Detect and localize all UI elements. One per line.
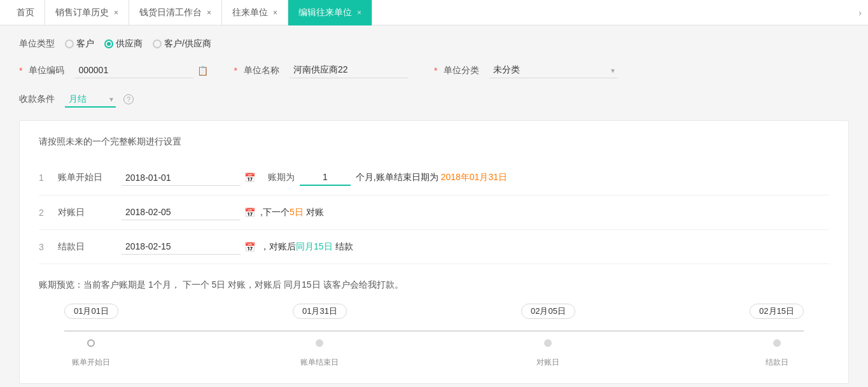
row-1-calendar-icon[interactable]: 📅 (244, 172, 255, 183)
tab-cash-work-close[interactable]: × (207, 8, 211, 17)
tl-point-2: 01月31日 账单结束日 (293, 304, 347, 368)
tl-label-1: 账单开始日 (72, 357, 110, 368)
unit-category-label: 单位分类 (444, 65, 479, 76)
radio-both[interactable]: 客户/供应商 (153, 38, 211, 50)
preview-label: 账期预览：当前客户账期是 (39, 279, 146, 290)
tab-partner-units[interactable]: 往来单位 × (222, 0, 288, 25)
tab-sales-history-close[interactable]: × (114, 8, 118, 17)
row-1-date-input[interactable] (122, 170, 241, 186)
row-2-suffix-text: ,下一个 (260, 207, 290, 218)
row-1-suffix-prefix: 账期为 (263, 172, 295, 183)
row-1-suffix-text: 个月,账单结束日期为 (356, 172, 438, 183)
payment-row: 收款条件 月结 ▾ ? (19, 91, 849, 108)
main-content: 单位类型 客户 供应商 客户/供应商 * 单位编码 📋 (0, 25, 868, 387)
unit-category-input[interactable] (489, 62, 617, 78)
unit-name-input[interactable] (290, 62, 409, 78)
timeline-container: 01月01日 账单开始日 01月31日 账单结束日 02月05日 对账日 02月… (39, 304, 829, 368)
row-1-field-label: 账单开始日 (58, 172, 122, 183)
row-2-suffix-2: 对账 (306, 207, 324, 218)
radio-supplier-label: 供应商 (116, 38, 143, 50)
radio-group: 客户 供应商 客户/供应商 (65, 38, 211, 50)
tab-cash-work[interactable]: 钱货日清工作台 × (129, 0, 222, 25)
tab-cash-work-label: 钱货日清工作台 (139, 7, 202, 18)
row-1-num: 1 (39, 172, 58, 183)
tl-point-1: 01月01日 账单开始日 (64, 304, 118, 368)
unit-code-group: * 单位编码 📋 (19, 62, 208, 78)
row-3-highlight-2: 同月15日 (296, 241, 333, 253)
tl-badge-1: 01月01日 (64, 304, 118, 319)
preview-text-1: 下一个 (183, 279, 209, 290)
unit-code-input-wrap: 📋 (74, 62, 208, 78)
tab-partner-units-label: 往来单位 (232, 7, 268, 18)
preview-text-3: 该客户会给我打款。 (323, 279, 403, 290)
setting-row-2: 2 对账日 📅 ,下一个 5日 对账 (39, 195, 829, 230)
row-2-date-input[interactable] (122, 204, 241, 220)
unit-name-group: * 单位名称 (234, 62, 408, 78)
row-3-field-label: 结款日 (58, 241, 122, 253)
timeline-points: 01月01日 账单开始日 01月31日 账单结束日 02月05日 对账日 02月… (64, 304, 804, 368)
radio-customer-circle (65, 39, 74, 48)
preview-text-2: 对账，对账后 (228, 279, 281, 290)
radio-supplier-circle (104, 39, 113, 48)
tl-dot-3 (544, 339, 552, 347)
payment-condition-label: 收款条件 (19, 94, 55, 105)
settings-panel: 请按照未来的一个完整帐期进行设置 1 账单开始日 📅 账期为 个月,账单结束日期… (19, 120, 849, 384)
payment-condition-select[interactable]: 月结 (65, 91, 116, 108)
tl-badge-4: 02月15日 (750, 304, 804, 319)
row-3-calendar-icon[interactable]: 📅 (244, 242, 255, 252)
tl-point-4: 02月15日 结款日 (750, 304, 804, 368)
panel-hint: 请按照未来的一个完整帐期进行设置 (39, 136, 829, 148)
tl-point-3: 02月05日 对账日 (521, 304, 575, 368)
preview-highlight-3: 同月15日 (284, 279, 321, 290)
unit-category-group: * 单位分类 ▾ (434, 62, 617, 78)
payment-select-wrapper: 月结 ▾ (65, 91, 116, 108)
preview-highlight-1: 1个月， (148, 279, 180, 290)
fields-row: * 单位编码 📋 * 单位名称 * 单位分类 ▾ (19, 62, 849, 78)
tab-home[interactable]: 首页 (6, 0, 45, 25)
tl-dot-1 (87, 339, 95, 347)
row-3-num: 3 (39, 242, 58, 252)
row-3-date-input[interactable] (122, 239, 241, 255)
row-2-highlight-1: 5日 (290, 207, 304, 218)
row-3-suffix-text: ，对账后 (260, 241, 296, 253)
tab-sales-history-label: 销售订单历史 (55, 7, 109, 18)
setting-row-3: 3 结款日 📅 ，对账后 同月15日 结款 (39, 230, 829, 264)
radio-supplier[interactable]: 供应商 (104, 38, 143, 50)
radio-both-label: 客户/供应商 (164, 38, 211, 50)
preview-highlight-2: 5日 (211, 279, 225, 290)
unit-category-star: * (434, 66, 437, 76)
tabs-bar: 首页 销售订单历史 × 钱货日清工作台 × 往来单位 × 编辑往来单位 × › (0, 0, 868, 25)
radio-customer[interactable]: 客户 (65, 38, 94, 50)
unit-code-copy-icon[interactable]: 📋 (197, 66, 208, 76)
unit-type-row: 单位类型 客户 供应商 客户/供应商 (19, 38, 849, 50)
setting-row-1: 1 账单开始日 📅 账期为 个月,账单结束日期为 2018年01月31日 (39, 160, 829, 195)
unit-code-input[interactable] (74, 62, 193, 78)
tl-badge-3: 02月05日 (521, 304, 575, 319)
row-2-date-wrap: 📅 (122, 204, 255, 220)
row-2-calendar-icon[interactable]: 📅 (244, 208, 255, 218)
tab-edit-partner[interactable]: 编辑往来单位 × (288, 0, 372, 25)
preview-section: 账期预览：当前客户账期是 1个月， 下一个 5日 对账，对账后 同月15日 该客… (39, 279, 829, 291)
unit-name-star: * (234, 66, 237, 76)
row-2-field-label: 对账日 (58, 207, 122, 218)
tl-label-3: 对账日 (536, 357, 559, 368)
payment-help-icon[interactable]: ? (123, 94, 134, 104)
tl-dot-4 (773, 339, 781, 347)
tab-edit-partner-close[interactable]: × (357, 8, 361, 17)
tab-expand-button[interactable]: › (852, 8, 868, 18)
row-2-num: 2 (39, 208, 58, 218)
row-1-date-wrap: 📅 (122, 170, 255, 186)
radio-both-circle (153, 39, 162, 48)
unit-name-input-wrap (290, 62, 409, 78)
tab-partner-units-close[interactable]: × (273, 8, 277, 17)
row-3-date-wrap: 📅 (122, 239, 255, 255)
unit-name-label: 单位名称 (244, 65, 279, 76)
tl-label-2: 账单结束日 (300, 357, 339, 368)
tab-sales-history[interactable]: 销售订单历史 × (45, 0, 129, 25)
unit-category-dropdown[interactable]: ▾ (489, 62, 617, 78)
tab-home-label: 首页 (17, 7, 34, 18)
row-3-suffix-3: 结款 (335, 241, 353, 253)
radio-customer-label: 客户 (76, 38, 94, 50)
tab-edit-partner-label: 编辑往来单位 (298, 7, 352, 18)
row-1-period-input[interactable] (300, 169, 351, 186)
